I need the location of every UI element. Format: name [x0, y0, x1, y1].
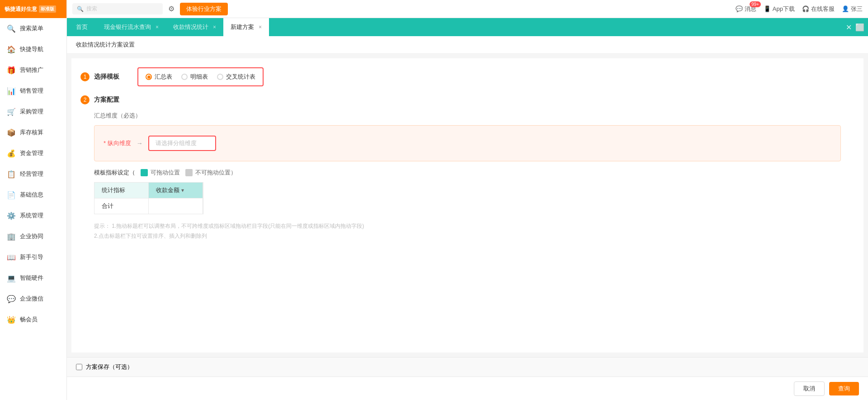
dimension-label-text: 汇总维度（必选） [94, 112, 141, 119]
radio-summary-btn[interactable] [146, 74, 152, 80]
radio-cross-btn[interactable] [217, 74, 223, 80]
book-icon: 📖 [7, 253, 15, 261]
tab-home-label: 首页 [76, 23, 88, 31]
main-panel: 1 选择模板 汇总表 明细表 交叉统计表 [71, 58, 863, 353]
no-drag-box-icon [185, 169, 193, 176]
nav-tabs: 首页 现金银行流水查询 × 收款情况统计 × 新建方案 × ✕ ⬜ [67, 18, 868, 36]
message-icon: 💬 [736, 5, 743, 12]
dimension-select[interactable]: 请选择分组维度 [148, 136, 216, 151]
crown-icon: 👑 [7, 315, 15, 324]
maximize-icon[interactable]: ⬜ [855, 23, 864, 32]
sidebar-item-enterprise[interactable]: 🏢 企业协同 [0, 226, 66, 247]
doc-icon: 📄 [7, 191, 15, 199]
tab-bank-flow-close[interactable]: × [156, 24, 159, 30]
topbar-search[interactable]: 🔍 搜索 [72, 3, 163, 14]
dimension-arrow-icon: → [137, 140, 143, 147]
breadcrumb: 收款情况统计方案设置 [76, 41, 135, 48]
sidebar-item-smart-hw[interactable]: 💻 智能硬件 [0, 268, 66, 288]
step2-header: 2 方案配置 [80, 95, 854, 104]
row-label-cell: 合计 [94, 198, 149, 214]
column-header-cell[interactable]: 收款金额 ▾ [149, 183, 203, 198]
money-icon: 💰 [7, 149, 15, 157]
tab-bank-flow[interactable]: 现金银行流水查询 × [97, 18, 166, 36]
step1-header: 1 选择模板 汇总表 明细表 交叉统计表 [80, 67, 854, 86]
column-chevron-icon[interactable]: ▾ [181, 187, 184, 193]
cancel-button[interactable]: 取消 [794, 381, 825, 396]
tab-new-plan[interactable]: 新建方案 × [223, 18, 269, 36]
logo-tag: 标准版 [39, 5, 56, 13]
content-area: 收款情况统计方案设置 1 选择模板 汇总表 明细表 [67, 36, 868, 376]
tab-new-plan-close[interactable]: × [259, 24, 262, 30]
sidebar-item-sales[interactable]: 📊 销售管理 [0, 80, 66, 101]
clipboard-icon: 📋 [7, 170, 15, 178]
sidebar-item-wechat[interactable]: 💬 企业微信 [0, 288, 66, 309]
message-item[interactable]: 💬 消息 99+ [736, 5, 756, 13]
trial-button[interactable]: 体验行业方案 [180, 3, 228, 15]
stats-table-row: 合计 [94, 198, 203, 214]
sidebar-item-inventory[interactable]: 📦 库存核算 [0, 122, 66, 143]
save-plan-checkbox[interactable] [76, 364, 82, 370]
step2-badge: 2 [80, 95, 90, 104]
close-window-icon[interactable]: ✕ [846, 23, 852, 32]
nav-tabs-right: ✕ ⬜ [846, 23, 868, 32]
dimension-required-label: * 纵向维度 [104, 139, 131, 147]
radio-detail[interactable]: 明细表 [181, 73, 208, 81]
chat-icon: 💬 [7, 295, 15, 303]
step1-title: 选择模板 [94, 73, 119, 81]
radio-detail-btn[interactable] [181, 74, 188, 80]
settings-icon[interactable]: ⚙ [168, 5, 175, 13]
indicators-header: 模板指标设定（ 可拖动位置 不可拖动位置） [94, 169, 841, 177]
sidebar-item-guide[interactable]: 📖 新手引导 [0, 247, 66, 268]
template-selection-box: 汇总表 明细表 交叉统计表 [137, 67, 264, 86]
search-icon: 🔍 [77, 6, 84, 12]
sidebar-item-system[interactable]: ⚙️ 系统管理 [0, 205, 66, 226]
row-label: 合计 [102, 202, 113, 209]
action-bar: 取消 查询 [67, 376, 868, 400]
sidebar-item-label: 采购管理 [20, 108, 43, 116]
sidebar-item-marketing[interactable]: 🎁 营销推广 [0, 60, 66, 80]
sidebar-item-quick-nav[interactable]: 🏠 快捷导航 [0, 39, 66, 60]
sidebar-item-label: 销售管理 [20, 87, 43, 95]
tab-collection-stats-label: 收款情况统计 [173, 23, 208, 31]
step1-section: 1 选择模板 汇总表 明细表 交叉统计表 [80, 67, 854, 86]
footer-section: 方案保存（可选） [67, 357, 868, 376]
sidebar: 畅捷通好生意 标准版 🔍 搜索菜单 🏠 快捷导航 🎁 营销推广 📊 销售管理 🛒… [0, 0, 67, 400]
app-download-item[interactable]: 📱 App下载 [764, 5, 795, 13]
sidebar-item-operations[interactable]: 📋 经营管理 [0, 164, 66, 184]
sidebar-item-basic-info[interactable]: 📄 基础信息 [0, 184, 66, 205]
sidebar-item-capital[interactable]: 💰 资金管理 [0, 143, 66, 164]
stats-table-header: 统计指标 收款金额 ▾ [94, 183, 203, 198]
user-item[interactable]: 👤 张三 [842, 5, 863, 13]
sidebar-item-search-menu[interactable]: 🔍 搜索菜单 [0, 18, 66, 39]
topbar: 🔍 搜索 ⚙ 体验行业方案 💬 消息 99+ 📱 App下载 🎧 在线客服 [67, 0, 868, 18]
search-placeholder-text: 搜索 [86, 5, 97, 13]
gift-icon: 🎁 [7, 66, 15, 74]
topbar-right: 💬 消息 99+ 📱 App下载 🎧 在线客服 👤 张三 [736, 5, 863, 13]
user-name: 张三 [851, 5, 863, 13]
query-button[interactable]: 查询 [829, 382, 859, 395]
laptop-icon: 💻 [7, 274, 15, 282]
online-support-label: 在线客服 [811, 5, 835, 13]
tab-collection-stats[interactable]: 收款情况统计 × [166, 18, 223, 36]
tab-collection-stats-close[interactable]: × [213, 24, 216, 30]
sidebar-item-label: 快捷导航 [20, 45, 43, 53]
sidebar-item-label: 库存核算 [20, 128, 43, 136]
sidebar-item-label: 企业协同 [20, 232, 43, 240]
sidebar-item-label: 基础信息 [20, 191, 43, 199]
online-support-item[interactable]: 🎧 在线客服 [802, 5, 835, 13]
sidebar-item-label: 经营管理 [20, 170, 43, 178]
radio-cross[interactable]: 交叉统计表 [217, 73, 255, 81]
radio-summary-label: 汇总表 [155, 73, 172, 81]
indicators-label-text: 模板指标设定（ [94, 169, 135, 177]
sidebar-item-purchase[interactable]: 🛒 采购管理 [0, 101, 66, 122]
tab-home[interactable]: 首页 [67, 18, 97, 36]
drag-box-icon [141, 169, 148, 176]
sidebar-item-label: 智能硬件 [20, 274, 43, 282]
sidebar-logo: 畅捷通好生意 标准版 [0, 0, 66, 18]
sidebar-item-label: 畅会员 [20, 315, 38, 324]
radio-detail-label: 明细表 [190, 73, 208, 81]
sidebar-item-member[interactable]: 👑 畅会员 [0, 309, 66, 330]
support-icon: 🎧 [802, 5, 809, 12]
radio-summary[interactable]: 汇总表 [146, 73, 172, 81]
hint-1: 提示： 1.拖动标题栏可以调整布局，不可跨维度或指标区域拖动栏目字段(只能在同一… [94, 221, 841, 231]
